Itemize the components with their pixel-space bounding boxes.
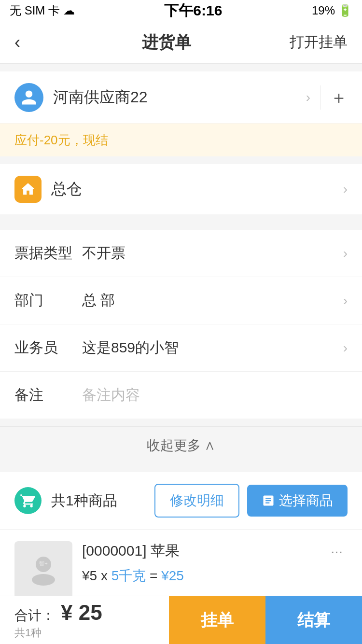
edit-detail-button[interactable]: 修改明细 [154, 484, 239, 518]
product-section: 共1种商品 修改明细 选择商品 智+ [0000001] 苹果 ¥5 x [0, 472, 362, 611]
shopping-icon [20, 492, 36, 509]
warehouse-name: 总仓 [51, 179, 343, 200]
salesperson-value: 这是859的小智 [82, 338, 343, 358]
department-chevron-icon: › [343, 293, 348, 308]
supplier-chevron-icon: › [306, 90, 310, 105]
select-product-icon [262, 494, 275, 507]
product-info: [0000001] 苹果 ¥5 x 5千克 = ¥25 [82, 541, 316, 585]
nav-bar: ‹ 进货单 打开挂单 [0, 21, 362, 64]
product-thumbnail: 智+ [14, 541, 72, 599]
product-header: 共1种商品 修改明细 选择商品 [0, 472, 362, 530]
warehouse-icon [14, 176, 42, 203]
product-price: ¥5 x 5千克 = ¥25 [82, 567, 316, 585]
invoice-type-label: 票据类型 [14, 243, 82, 263]
footer-total-row: 合计： ¥ 25 [14, 601, 154, 625]
salesperson-row[interactable]: 业务员 这是859的小智 › [0, 324, 362, 372]
department-value: 总 部 [82, 291, 343, 310]
settle-button[interactable]: 结算 [265, 596, 362, 644]
hang-order-button[interactable]: 挂单 [169, 596, 265, 644]
invoice-chevron-icon: › [343, 246, 348, 261]
product-code: [0000001] [82, 543, 151, 559]
footer-total: 合计： ¥ 25 共1种 [0, 601, 169, 640]
gap4 [0, 464, 362, 472]
product-name: [0000001] 苹果 [82, 541, 316, 561]
product-title: 苹果 [151, 543, 180, 559]
product-more-button[interactable]: ··· [326, 541, 348, 561]
invoice-type-value: 不开票 [82, 243, 343, 263]
gap1 [0, 64, 362, 71]
product-placeholder-icon: 智+ [24, 551, 63, 589]
warehouse-row[interactable]: 总仓 › [0, 164, 362, 214]
remark-row[interactable]: 备注 备注内容 [0, 372, 362, 419]
divider [320, 85, 320, 110]
sim-status: 无 SIM 卡 ☁ [10, 3, 75, 18]
gap2 [0, 156, 362, 164]
select-product-button[interactable]: 选择商品 [247, 485, 348, 517]
status-time: 下午6:16 [164, 1, 222, 21]
battery-icon: 🔋 [338, 4, 352, 17]
product-count: 共1种商品 [51, 491, 154, 511]
supplier-avatar [14, 83, 43, 112]
open-pending-button[interactable]: 打开挂单 [290, 32, 348, 52]
svg-point-1 [32, 574, 55, 586]
svg-text:智+: 智+ [39, 560, 48, 566]
select-product-label: 选择商品 [279, 491, 333, 510]
gap3 [0, 222, 362, 230]
department-row[interactable]: 部门 总 部 › [0, 277, 362, 324]
equals-sign: = [150, 568, 161, 583]
home-icon [20, 181, 36, 197]
department-label: 部门 [14, 291, 82, 310]
add-supplier-button[interactable]: ＋ [330, 86, 348, 110]
status-bar: 无 SIM 卡 ☁ 下午6:16 19% 🔋 [0, 0, 362, 21]
product-icon [14, 487, 42, 514]
collapse-button[interactable]: 收起更多 ∧ [0, 426, 362, 464]
salesperson-label: 业务员 [14, 338, 82, 358]
price-value: ¥5 [82, 568, 97, 583]
warehouse-chevron-icon: › [343, 182, 348, 197]
quantity-value: 5千克 [111, 568, 146, 583]
back-button[interactable]: ‹ [14, 32, 43, 53]
salesperson-chevron-icon: › [343, 340, 348, 356]
status-left: 无 SIM 卡 ☁ [10, 3, 75, 18]
footer: 合计： ¥ 25 共1种 挂单 结算 [0, 596, 362, 644]
remark-input[interactable]: 备注内容 [82, 385, 348, 405]
status-right: 19% 🔋 [312, 4, 352, 17]
supplier-row[interactable]: 河南供应商22 › ＋ [0, 71, 362, 124]
supplier-name: 河南供应商22 [53, 87, 306, 108]
supplier-notice: 应付-20元，现结 [0, 124, 362, 156]
supplier-section: 河南供应商22 › ＋ 应付-20元，现结 [0, 71, 362, 156]
page-title: 进货单 [142, 31, 191, 54]
invoice-type-row[interactable]: 票据类型 不开票 › [0, 230, 362, 277]
form-section: 票据类型 不开票 › 部门 总 部 › 业务员 这是859的小智 › 备注 备注… [0, 230, 362, 419]
remark-label: 备注 [14, 385, 82, 405]
battery-status: 19% [312, 4, 335, 17]
person-icon [20, 89, 38, 106]
warehouse-section: 总仓 › [0, 164, 362, 214]
total-value: ¥25 [161, 568, 184, 583]
total-amount: ¥ 25 [61, 601, 102, 625]
price-separator: x [101, 568, 111, 583]
total-sub: 共1种 [14, 626, 154, 640]
total-label: 合计： [14, 606, 55, 625]
